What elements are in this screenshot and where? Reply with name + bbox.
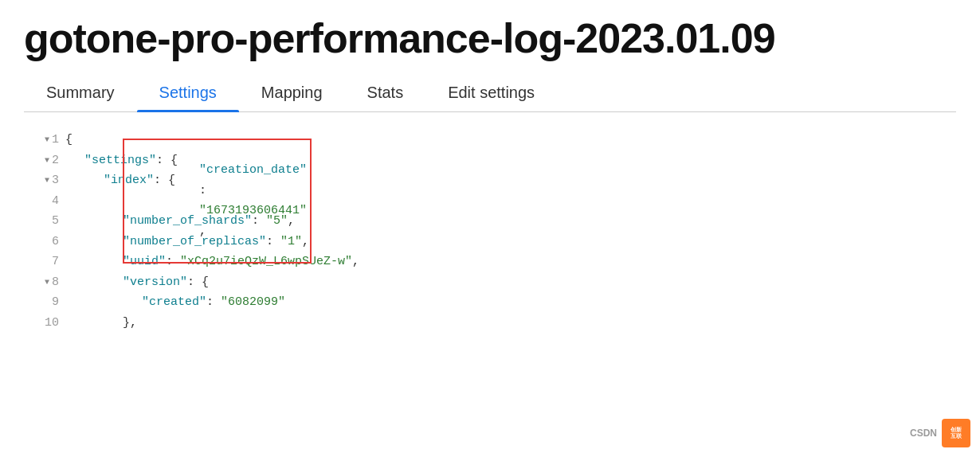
code-line-8: "version" : { [65,272,956,293]
val-creation-date: "1673193606441" [199,204,307,217]
highlight-creation-date: "creation_date" : "1673193606441" , [123,139,312,264]
code-line-4: "creation_date" : "1673193606441" , [65,191,956,212]
colon-4: : [199,184,214,197]
line-num-2: ▼ 2 [24,150,59,171]
tab-stats[interactable]: Stats [345,76,426,111]
line-num-4: 4 [24,191,59,212]
fold-arrow-8[interactable]: ▼ [45,275,49,289]
tab-edit-settings[interactable]: Edit settings [425,76,557,111]
line-num-5: 5 [24,211,59,232]
fold-arrow-2[interactable]: ▼ [45,154,49,167]
comma-7: , [352,252,359,272]
close-brace-10: }, [123,313,137,334]
line-num-8: ▼ 8 [24,272,59,293]
line-num-3: ▼ 3 [24,170,59,191]
brace-open: { [65,130,73,150]
key-created: "created" [142,292,206,313]
code-view: ▼ 1 ▼ 2 ▼ 3 4 5 6 [24,128,956,333]
page-container: gotone-pro-performance-log-2023.01.09 Su… [0,0,980,349]
key-creation-date: "creation_date" [199,163,307,177]
watermark-csdn-text: CSDN [910,428,937,439]
tab-summary[interactable]: Summary [24,76,137,111]
colon-8: : { [187,272,209,293]
page-title: gotone-pro-performance-log-2023.01.09 [24,16,956,61]
tabs-bar: Summary Settings Mapping Stats Edit sett… [24,76,956,112]
code-line-9: "created" : "6082099" [65,292,956,313]
line-num-7: 7 [24,252,59,272]
line-num-9: 9 [24,292,59,313]
val-created: "6082099" [221,292,285,313]
key-version: "version" [123,272,187,293]
fold-arrow-1[interactable]: ▼ [45,133,49,146]
comma-4: , [199,225,206,238]
fold-arrow-3[interactable]: ▼ [45,174,49,187]
code-line-10: }, [65,313,956,334]
line-num-6: 6 [24,232,59,252]
code-content: { "settings" : { "index" : { "creation_d… [65,128,956,333]
watermark: CSDN 创新互联 [910,419,970,447]
watermark-logo: 创新互联 [942,419,970,447]
line-numbers: ▼ 1 ▼ 2 ▼ 3 4 5 6 [24,128,65,333]
line-num-10: 10 [24,313,59,334]
colon-9: : [206,292,221,313]
line-num-1: ▼ 1 [24,130,59,150]
tab-mapping[interactable]: Mapping [239,76,345,111]
tab-settings[interactable]: Settings [137,76,239,111]
